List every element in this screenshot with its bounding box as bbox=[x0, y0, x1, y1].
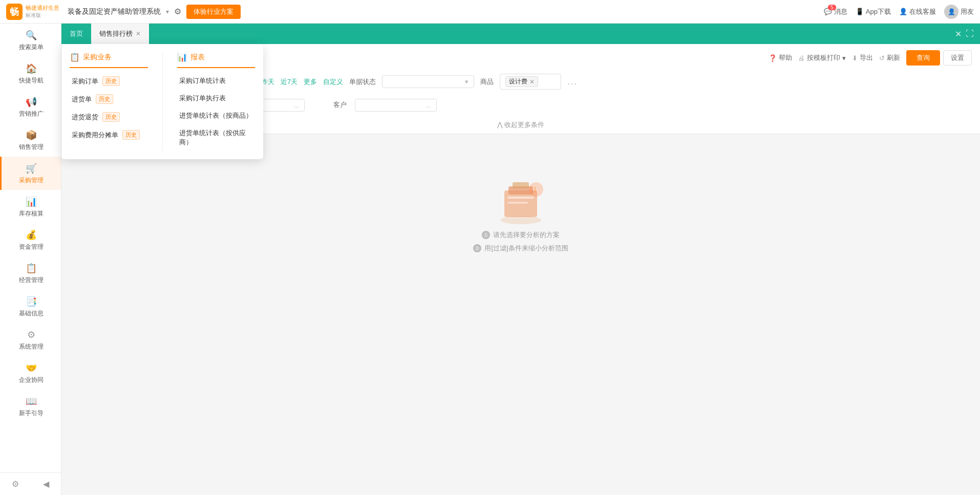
menu-item-goods-stats-by-supplier[interactable]: 进货单统计表（按供应商） bbox=[177, 124, 255, 151]
export-button[interactable]: ⬇ 导出 bbox=[852, 53, 873, 62]
purchase-section-label: 采购业务 bbox=[83, 53, 112, 62]
tab-home[interactable]: 首页 bbox=[61, 24, 91, 44]
empty-svg: ! bbox=[490, 175, 551, 226]
purchase-order-badge: 历史 bbox=[102, 76, 120, 86]
message-button[interactable]: 💬 5 消息 bbox=[824, 7, 847, 16]
empty-hint-1-text: 请先选择要分析的方案 bbox=[493, 230, 560, 240]
marketing-icon: 📢 bbox=[26, 96, 37, 107]
purchase-icon: 🛒 bbox=[26, 163, 37, 174]
phone-icon: 📱 bbox=[856, 8, 864, 15]
sidebar-collapse-btn[interactable]: ◀ bbox=[43, 479, 49, 489]
sidebar-item-system[interactable]: ⚙ 系统管理 bbox=[0, 323, 61, 356]
tab-close-icon[interactable]: ✕ bbox=[136, 30, 141, 37]
tab-close-window-icon[interactable]: ✕ bbox=[955, 29, 962, 39]
goods-more-btn[interactable]: ... bbox=[567, 77, 577, 87]
print-dropdown-arrow: ▾ bbox=[842, 54, 846, 62]
export-icon: ⬇ bbox=[852, 54, 858, 62]
tab-sales-ranking[interactable]: 销售排行榜 ✕ bbox=[91, 24, 149, 44]
trial-button[interactable]: 体验行业方案 bbox=[186, 5, 241, 19]
purchase-section: 📋 采购业务 采购订单 历史 进货单 历史 进货退货 历史 采购费用分摊单 历史 bbox=[70, 52, 148, 151]
sidebar-item-marketing[interactable]: 📢 营销推广 bbox=[0, 90, 61, 123]
sidebar-item-quicknav[interactable]: 🏠 快捷导航 bbox=[0, 57, 61, 90]
sidebar-item-sales[interactable]: 📦 销售管理 bbox=[0, 123, 61, 157]
empty-illustration: ! bbox=[490, 175, 551, 226]
goods-label: 商品 bbox=[480, 77, 494, 87]
status-input[interactable]: ▾ bbox=[382, 75, 474, 88]
menu-item-purchase-order-exec[interactable]: 采购订单执行表 bbox=[177, 90, 255, 107]
customer-label: 客户 bbox=[333, 100, 347, 110]
report-section-title: 📊 报表 bbox=[177, 52, 255, 68]
help-button[interactable]: ❓ 帮助 bbox=[769, 53, 792, 62]
goods-input[interactable]: 设计费 ✕ bbox=[500, 74, 561, 90]
date-shortcut-7days[interactable]: 近7天 bbox=[281, 77, 297, 87]
menu-item-purchase-order[interactable]: 采购订单 历史 bbox=[70, 72, 148, 90]
sidebar-label-quicknav: 快捷导航 bbox=[19, 76, 44, 85]
report-section-label: 报表 bbox=[190, 53, 205, 62]
goods-tag-close[interactable]: ✕ bbox=[529, 78, 535, 85]
operations-icon: 📋 bbox=[26, 263, 37, 274]
logo-icon: 畅 bbox=[6, 4, 23, 20]
report-2-label: 采购订单执行表 bbox=[179, 94, 226, 102]
collapse-label: 收起更多条件 bbox=[504, 121, 544, 128]
logo-text: 畅捷通好生意 bbox=[26, 4, 59, 11]
sales-icon: 📦 bbox=[26, 130, 37, 141]
date-shortcut-more[interactable]: 更多 bbox=[304, 77, 317, 87]
basicinfo-icon: 📑 bbox=[26, 296, 37, 307]
report-section-icon: 📊 bbox=[177, 52, 187, 62]
system-nav-icon: ⚙ bbox=[27, 329, 35, 340]
query-area: 查询 设置 bbox=[906, 50, 972, 66]
purchase-section-icon: 📋 bbox=[70, 52, 80, 62]
user-button[interactable]: 👤 用友 bbox=[944, 5, 974, 19]
report-4-label: 进货单统计表（按供应商） bbox=[179, 129, 246, 146]
refresh-label: 刷新 bbox=[887, 53, 900, 62]
sidebar-item-search[interactable]: 🔍 搜索菜单 bbox=[0, 24, 61, 57]
report-1-label: 采购订单统计表 bbox=[179, 77, 226, 84]
svg-point-0 bbox=[500, 216, 541, 224]
tab-maximize-icon[interactable]: ⛶ bbox=[966, 29, 974, 38]
date-shortcut-custom[interactable]: 自定义 bbox=[323, 77, 343, 87]
query-button[interactable]: 查询 bbox=[906, 50, 940, 66]
svg-rect-4 bbox=[507, 197, 534, 199]
inventory-icon: 📊 bbox=[26, 196, 37, 207]
sidebar-bottom: ⚙ ◀ bbox=[0, 472, 61, 495]
sidebar-item-basicinfo[interactable]: 📑 基础信息 bbox=[0, 290, 61, 323]
sidebar-label-finance: 资金管理 bbox=[19, 243, 44, 251]
system-dropdown-arrow[interactable]: ▾ bbox=[166, 8, 169, 15]
menu-item-purchase-order-stats[interactable]: 采购订单统计表 bbox=[177, 72, 255, 90]
enterprise-icon: 🤝 bbox=[26, 362, 37, 374]
menu-item-purchase-expense[interactable]: 采购费用分摊单 历史 bbox=[70, 126, 148, 144]
sidebar-item-guide[interactable]: 📖 新手引导 bbox=[0, 390, 61, 423]
empty-hint-1: ① 请先选择要分析的方案 bbox=[482, 230, 560, 240]
goods-receipt-badge: 历史 bbox=[96, 94, 113, 104]
sidebar-item-finance[interactable]: 💰 资金管理 bbox=[0, 223, 61, 256]
goods-tag: 设计费 ✕ bbox=[505, 76, 538, 87]
app-download-button[interactable]: 📱 App下载 bbox=[856, 7, 891, 16]
customer-input[interactable]: ... bbox=[355, 99, 437, 112]
status-arrow: ▾ bbox=[465, 78, 468, 85]
sidebar-item-enterprise[interactable]: 🤝 企业协同 bbox=[0, 356, 61, 390]
system-settings-icon[interactable]: ⚙ bbox=[174, 7, 181, 16]
sidebar-item-purchase[interactable]: 🛒 采购管理 bbox=[0, 157, 61, 190]
search-icon: 🔍 bbox=[26, 30, 37, 41]
salesperson-arrow: ... bbox=[293, 101, 299, 109]
menu-item-goods-receipt[interactable]: 进货单 历史 bbox=[70, 90, 148, 108]
system-title[interactable]: 装备及固定资产辅助管理系统 bbox=[68, 7, 161, 16]
print-button[interactable]: 🖨 按模板打印 ▾ bbox=[798, 53, 846, 62]
tab-bar: 首页 销售排行榜 ✕ ✕ ⛶ bbox=[61, 24, 980, 44]
refresh-button[interactable]: ↺ 刷新 bbox=[879, 53, 900, 62]
purchase-section-title: 📋 采购业务 bbox=[70, 52, 148, 68]
report-3-label: 进货单统计表（按商品） bbox=[179, 112, 252, 119]
menu-divider bbox=[162, 52, 163, 151]
sidebar-item-operations[interactable]: 📋 经营管理 bbox=[0, 256, 61, 290]
menu-item-goods-stats-by-product[interactable]: 进货单统计表（按商品） bbox=[177, 107, 255, 124]
online-service-button[interactable]: 👤 在线客服 bbox=[899, 7, 936, 16]
settings-button[interactable]: 设置 bbox=[943, 50, 972, 66]
purchase-order-label: 采购订单 bbox=[72, 77, 98, 86]
sidebar-label-system: 系统管理 bbox=[19, 342, 44, 351]
sidebar-settings-btn[interactable]: ⚙ bbox=[12, 479, 19, 489]
svg-rect-5 bbox=[507, 202, 528, 204]
empty-hint-2-text: 用[过滤]条件来缩小分析范围 bbox=[484, 244, 568, 253]
message-badge: 5 bbox=[828, 5, 836, 10]
sidebar-item-inventory[interactable]: 📊 库存核算 bbox=[0, 190, 61, 223]
menu-item-goods-return[interactable]: 进货退货 历史 bbox=[70, 108, 148, 126]
